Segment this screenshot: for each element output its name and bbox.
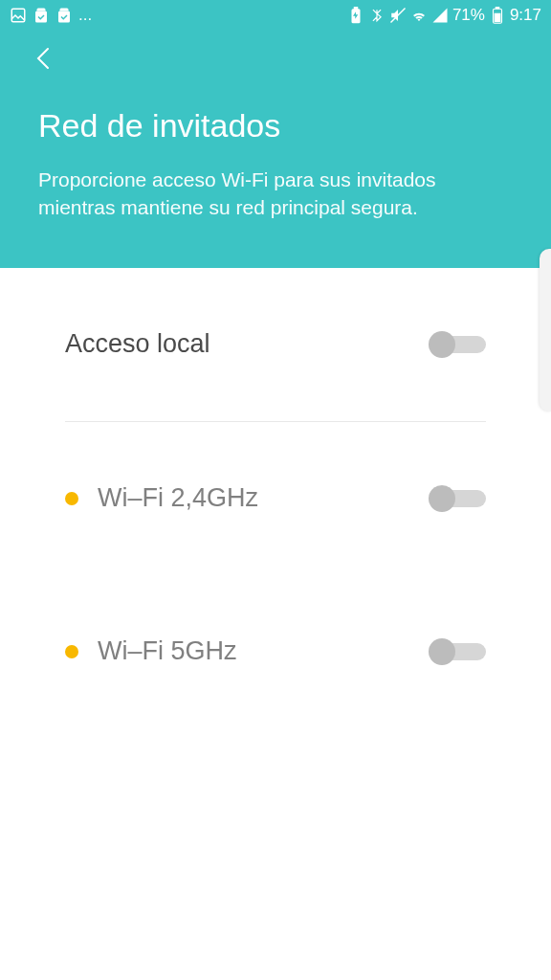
status-dot-icon (65, 645, 78, 658)
toggle-acceso-local[interactable] (430, 336, 486, 353)
back-button[interactable] (34, 44, 63, 73)
status-dot-icon (65, 492, 78, 505)
svg-rect-8 (495, 13, 501, 22)
status-time: 9:17 (510, 6, 541, 25)
chevron-left-icon (34, 45, 54, 72)
wifi-icon (410, 7, 428, 24)
header: Red de invitados Proporcione acceso Wi-F… (0, 31, 551, 268)
svg-rect-0 (11, 9, 25, 22)
image-icon (10, 7, 27, 24)
status-ellipsis: ... (78, 6, 92, 25)
row-wifi-24ghz: Wi–Fi 2,4GHz (65, 422, 486, 575)
toggle-knob (429, 638, 455, 665)
svg-rect-4 (354, 7, 359, 10)
settings-list: Acceso local Wi–Fi 2,4GHz Wi–Fi 5GHz (0, 268, 551, 728)
clipboard-check-icon (55, 7, 73, 24)
status-right: 71% 9:17 (347, 6, 541, 25)
page-title: Red de invitados (38, 107, 513, 145)
signal-icon (431, 7, 449, 24)
mute-icon (389, 7, 407, 24)
row-acceso-local: Acceso local (65, 268, 486, 421)
svg-rect-2 (58, 11, 70, 23)
toggle-wifi-5ghz[interactable] (430, 643, 486, 660)
battery-saver-icon (347, 7, 364, 24)
page-subtitle: Proporcione acceso Wi-Fi para sus invita… (38, 166, 513, 222)
svg-rect-7 (496, 7, 500, 9)
toggle-knob (429, 485, 455, 512)
clipboard-check-icon (33, 7, 50, 24)
row-label: Acceso local (65, 329, 210, 359)
toggle-knob (429, 331, 455, 358)
row-wifi-5ghz: Wi–Fi 5GHz (65, 575, 486, 728)
toggle-wifi-24ghz[interactable] (430, 490, 486, 507)
status-left: ... (10, 6, 92, 25)
bluetooth-icon (368, 7, 386, 24)
row-label: Wi–Fi 5GHz (98, 636, 237, 666)
battery-icon (489, 7, 506, 24)
svg-rect-1 (35, 11, 47, 23)
edge-panel-handle[interactable] (540, 249, 551, 412)
status-bar: ... 71% 9:17 (0, 0, 551, 31)
battery-percent: 71% (452, 6, 485, 25)
row-label: Wi–Fi 2,4GHz (98, 483, 258, 513)
